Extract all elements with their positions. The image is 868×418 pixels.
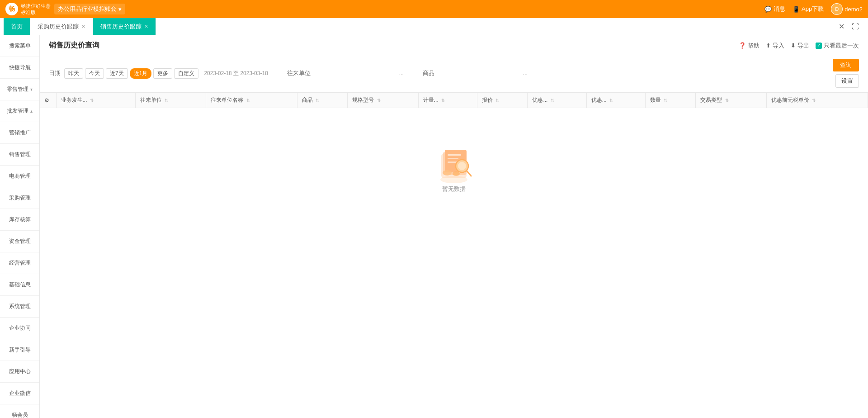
page-header: 销售历史价查询 ❓ 帮助 ⬆ 导入 ⬇ 导出 ✓ <box>40 35 868 54</box>
sidebar-item-marketing[interactable]: 营销推广 <box>0 122 39 144</box>
sidebar-item-retail-mgmt[interactable]: 零售管理 ▾ <box>0 79 39 100</box>
empty-cell: 暂无数据 <box>40 108 868 230</box>
only-last-checkbox[interactable]: ✓ <box>816 43 822 49</box>
settings-btn[interactable]: 设置 <box>835 74 859 88</box>
sales-tab-close-icon[interactable]: ✕ <box>144 24 148 29</box>
sidebar-item-enterprise[interactable]: 企业协同 <box>0 318 39 339</box>
help-btn[interactable]: ❓ 帮助 <box>739 42 760 50</box>
app-selector[interactable]: 办公用品行业模拟账套 ▾ <box>54 4 125 14</box>
tab-purchase-history[interactable]: 采购历史价跟踪 ✕ <box>30 18 93 35</box>
sidebar-item-inventory[interactable]: 库存核算 <box>0 209 39 231</box>
empty-state: 暂无数据 <box>40 108 868 229</box>
date-btn-more[interactable]: 更多 <box>153 68 172 79</box>
th-price: 报价 ⇅ <box>477 93 528 108</box>
user-profile[interactable]: D demo2 <box>831 3 863 15</box>
th-product: 商品 ⇅ <box>297 93 347 108</box>
sidebar-label-sales-mgmt: 销售管理 <box>9 151 31 158</box>
sidebar-item-app-center[interactable]: 应用中心 <box>0 361 39 383</box>
date-btn-custom[interactable]: 自定义 <box>174 68 198 79</box>
sidebar-item-sys-mgmt[interactable]: 系统管理 <box>0 296 39 318</box>
download-icon: 📱 <box>793 6 800 13</box>
date-range-display: 2023-02-18 至 2023-03-18 <box>204 70 268 77</box>
tab-bar-right: ✕ ⛶ <box>837 21 864 32</box>
sidebar-label-purchase-mgmt: 采购管理 <box>9 194 31 202</box>
sidebar-label-sys-mgmt: 系统管理 <box>9 303 31 310</box>
date-btn-7days[interactable]: 近7天 <box>106 68 128 79</box>
th-counterpart-name: 往来单位名称 ⇅ <box>206 93 297 108</box>
th-spec: 规格型号 ⇅ <box>348 93 419 108</box>
chevron-down-icon: ▾ <box>118 6 122 13</box>
sort-counterpart[interactable]: ⇅ <box>165 98 168 103</box>
sort-product[interactable]: ⇅ <box>316 98 319 103</box>
sidebar-label-quick-nav: 快捷导航 <box>9 64 31 71</box>
app-download-btn[interactable]: 📱 App下载 <box>793 5 824 13</box>
sidebar-label-newcomer: 新手引导 <box>9 346 31 354</box>
product-label: 商品 <box>423 69 434 77</box>
tab-sales-history[interactable]: 销售历史价跟踪 ✕ <box>93 18 156 35</box>
sidebar-item-search-menu[interactable]: 搜索菜单 <box>0 35 39 57</box>
svg-rect-4 <box>448 154 461 156</box>
import-btn[interactable]: ⬆ 导入 <box>766 42 784 50</box>
product-filter-section: 商品 ... <box>423 68 528 78</box>
empty-illustration <box>431 144 476 185</box>
sort-pretax-price[interactable]: ⇅ <box>812 98 816 103</box>
sidebar-label-wechat: 企业微信 <box>9 390 31 397</box>
sort-discount1[interactable]: ⇅ <box>551 98 554 103</box>
counterpart-ellipsis[interactable]: ... <box>399 70 404 76</box>
th-quantity: 数量 ⇅ <box>645 93 695 108</box>
sidebar-item-quick-nav[interactable]: 快捷导航 <box>0 57 39 79</box>
purchase-tab-close-icon[interactable]: ✕ <box>81 24 85 29</box>
tab-home[interactable]: 首页 <box>4 18 30 35</box>
gear-icon[interactable]: ⚙ <box>44 97 49 104</box>
sidebar-item-purchase-mgmt[interactable]: 采购管理 <box>0 187 39 209</box>
th-biz-date: 业务发生... ⇅ <box>56 93 135 108</box>
sort-quantity[interactable]: ⇅ <box>664 98 667 103</box>
sidebar-item-vip[interactable]: 畅会员 <box>0 404 39 418</box>
tab-bar-left: 首页 采购历史价跟踪 ✕ 销售历史价跟踪 ✕ <box>4 18 156 35</box>
close-window-btn[interactable]: ✕ <box>837 21 846 32</box>
data-table: ⚙ 业务发生... ⇅ 往来单位 ⇅ 往来单位名称 ⇅ <box>40 93 868 229</box>
sort-biz-date[interactable]: ⇅ <box>90 98 94 103</box>
th-pretax-price: 优惠前无税单价 ⇅ <box>766 93 868 108</box>
top-bar-left: 畅 畅捷信好生意 标准版 办公用品行业模拟账套 ▾ <box>5 3 125 16</box>
sidebar-item-ecom-mgmt[interactable]: 电商管理 <box>0 166 39 187</box>
sort-trade-type[interactable]: ⇅ <box>725 98 729 103</box>
sidebar-label-basic-info: 基础信息 <box>9 281 31 289</box>
sort-spec[interactable]: ⇅ <box>377 98 381 103</box>
import-icon: ⬆ <box>766 42 771 49</box>
maximize-btn[interactable]: ⛶ <box>850 22 861 32</box>
sidebar-item-basic-info[interactable]: 基础信息 <box>0 274 39 296</box>
sidebar-item-newcomer[interactable]: 新手引导 <box>0 339 39 361</box>
sidebar-item-sales-mgmt[interactable]: 销售管理 <box>0 144 39 166</box>
sidebar-label-finance-mgmt: 资金管理 <box>9 238 31 245</box>
sort-discount2[interactable]: ⇅ <box>609 98 613 103</box>
sort-unit[interactable]: ⇅ <box>441 98 445 103</box>
date-buttons: 昨天 今天 近7天 近1月 更多 自定义 <box>64 68 198 79</box>
product-input[interactable] <box>438 68 519 78</box>
date-btn-yesterday[interactable]: 昨天 <box>64 68 83 79</box>
export-btn[interactable]: ⬇ 导出 <box>791 42 809 50</box>
sidebar-item-ops-mgmt[interactable]: 经营管理 <box>0 252 39 274</box>
product-ellipsis[interactable]: ... <box>523 70 528 76</box>
sort-price[interactable]: ⇅ <box>495 98 499 103</box>
sort-counterpart-name[interactable]: ⇅ <box>246 98 250 103</box>
sidebar-item-wechat[interactable]: 企业微信 <box>0 383 39 404</box>
date-btn-today[interactable]: 今天 <box>85 68 104 79</box>
only-last-checkbox-group[interactable]: ✓ 只看最后一次 <box>816 42 859 50</box>
message-btn[interactable]: 💬 消息 <box>764 5 785 13</box>
sidebar-item-wholesale-mgmt[interactable]: 批发管理 ▴ <box>0 100 39 122</box>
top-bar: 畅 畅捷信好生意 标准版 办公用品行业模拟账套 ▾ 💬 消息 📱 App下载 D <box>0 0 868 18</box>
logo-text: 畅捷信好生意 标准版 <box>21 3 51 16</box>
sidebar-label-search-menu: 搜索菜单 <box>9 42 31 50</box>
date-btn-1month[interactable]: 近1月 <box>130 68 152 79</box>
sidebar-label-enterprise: 企业协同 <box>9 324 31 332</box>
logo-area: 畅 畅捷信好生意 标准版 <box>5 3 51 16</box>
svg-rect-5 <box>448 158 458 159</box>
date-label: 日期 <box>49 69 61 77</box>
query-btn[interactable]: 查询 <box>833 59 859 71</box>
page-title: 销售历史价查询 <box>49 41 99 50</box>
counterpart-input[interactable] <box>314 68 396 78</box>
sidebar-item-finance-mgmt[interactable]: 资金管理 <box>0 231 39 252</box>
sidebar-label-ops-mgmt: 经营管理 <box>9 259 31 267</box>
filter-action-buttons: 查询 设置 <box>833 59 859 88</box>
